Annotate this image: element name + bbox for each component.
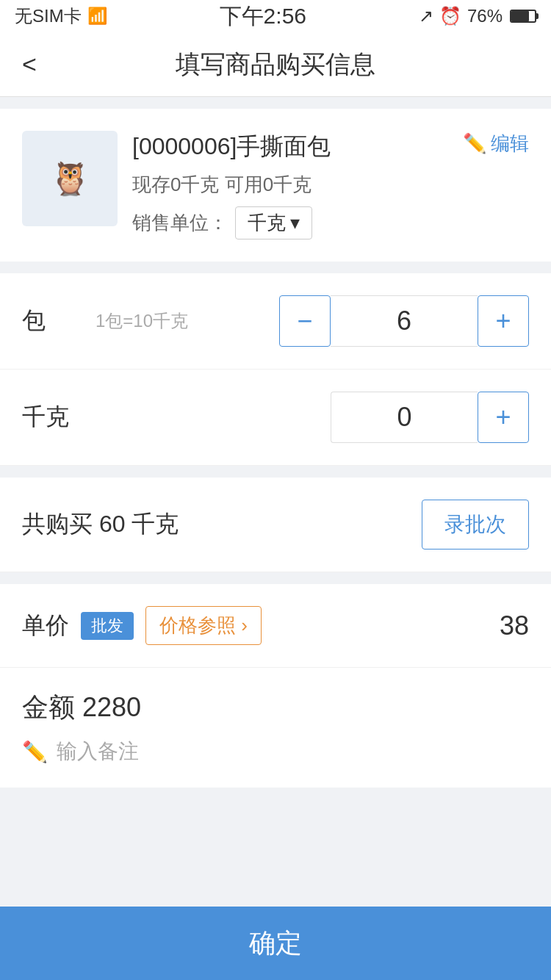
product-unit-row: 销售单位： 千克 ▾ [132,206,529,239]
status-bar: 无SIM卡 📶 下午2:56 ↗ ⏰ 76% [0,0,551,32]
edit-icon: ✏️ [463,132,486,155]
battery-text: 76% [467,6,503,26]
bag-row: 包 1包=10千克 − + [0,273,551,370]
batch-button[interactable]: 录批次 [422,500,529,550]
price-reference-button[interactable]: 价格参照 › [145,606,262,645]
status-left: 无SIM卡 📶 [15,4,107,28]
amount-section: 金额 2280 ✏️ 输入备注 [0,668,551,788]
wifi-icon: 📶 [87,7,107,26]
page-title: 填写商品购买信息 [176,48,375,82]
price-type-badge: 批发 [81,612,134,640]
price-label: 单价 [22,610,69,642]
alarm-icon: ⏰ [439,6,461,26]
note-row[interactable]: ✏️ 输入备注 [22,738,529,780]
quantity-section: 包 1包=10千克 − + 千克 + [0,273,551,466]
edit-label: 编辑 [491,131,529,156]
summary-section: 共购买 60 千克 录批次 [0,478,551,572]
bag-decrement-button[interactable]: − [279,295,331,347]
kg-input[interactable] [331,392,478,443]
product-section: 🦉 [0000006]手撕面包 ✏️ 编辑 现存0千克 可用0千克 销售单位： … [0,109,551,262]
product-stock: 现存0千克 可用0千克 [132,172,529,198]
battery-icon [510,10,536,23]
amount-label: 金额 [22,692,75,722]
bag-input[interactable] [331,295,478,347]
unit-value: 千克 [248,210,286,236]
unit-selector[interactable]: 千克 ▾ [235,206,312,239]
edit-button[interactable]: ✏️ 编辑 [463,131,529,156]
amount-value: 2280 [82,692,141,722]
kg-increment-button[interactable]: + [478,392,529,443]
bag-hint: 1包=10千克 [96,309,264,333]
chevron-down-icon: ▾ [290,212,300,234]
status-time: 下午2:56 [220,1,306,32]
unit-label: 销售单位： [132,210,228,236]
nav-bar: < 填写商品购买信息 [0,32,551,97]
carrier-text: 无SIM卡 [15,4,82,28]
kg-row: 千克 + [0,370,551,466]
bag-increment-button[interactable]: + [478,295,529,347]
back-button[interactable]: < [22,50,37,79]
price-section: 单价 批发 价格参照 › 38 [0,584,551,668]
amount-row: 金额 2280 [22,690,529,726]
product-info: [0000006]手撕面包 ✏️ 编辑 现存0千克 可用0千克 销售单位： 千克… [132,131,529,239]
pencil-icon: ✏️ [22,740,48,764]
location-icon: ↗ [419,6,433,26]
product-name: [0000006]手撕面包 [132,131,331,163]
status-right: ↗ ⏰ 76% [419,6,536,26]
price-value: 38 [500,610,529,641]
bag-label: 包 [22,305,81,337]
note-placeholder: 输入备注 [57,738,139,765]
summary-text: 共购买 60 千克 [22,508,179,541]
product-thumbnail: 🦉 [22,131,118,226]
kg-label: 千克 [22,401,81,433]
kg-controls: + [331,392,529,443]
confirm-button[interactable]: 确定 [0,907,551,980]
bag-controls: − + [279,295,529,347]
